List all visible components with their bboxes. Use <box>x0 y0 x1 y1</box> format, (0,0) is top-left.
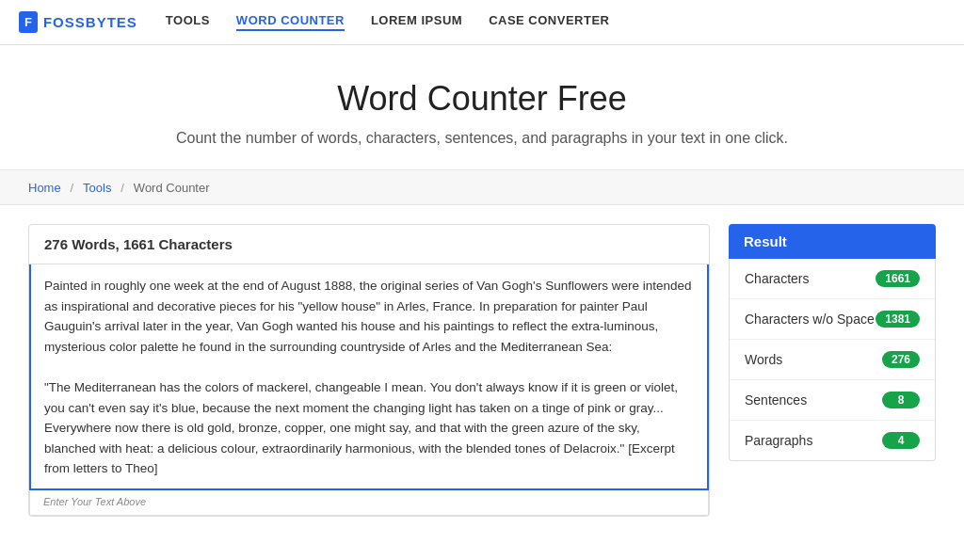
editor-header: 276 Words, 1661 Characters <box>29 225 709 264</box>
result-row-words: Words 276 <box>730 340 935 380</box>
result-badge-characters: 1661 <box>876 270 920 287</box>
result-row-chars-nospace: Characters w/o Space 1381 <box>730 299 935 340</box>
result-row-paragraphs: Paragraphs 4 <box>730 421 935 460</box>
result-badge-words: 276 <box>882 351 920 368</box>
nav-tools[interactable]: TOOLS <box>166 13 210 31</box>
breadcrumb-tools[interactable]: Tools <box>83 181 111 195</box>
result-label-paragraphs: Paragraphs <box>745 433 812 448</box>
breadcrumb: Home / Tools / Word Counter <box>0 169 964 205</box>
result-header: Result <box>729 224 936 259</box>
result-label-chars-nospace: Characters w/o Space <box>745 312 875 327</box>
editor-hint: Enter Your Text Above <box>29 490 709 516</box>
nav-lorem-ipsum[interactable]: LOREM IPSUM <box>371 13 462 31</box>
nav-word-counter[interactable]: WORD COUNTER <box>236 13 345 31</box>
breadcrumb-home[interactable]: Home <box>28 181 61 195</box>
result-label-words: Words <box>745 352 782 367</box>
logo-text: FOSSBYTES <box>43 14 137 30</box>
page-subtitle: Count the number of words, characters, s… <box>19 130 945 147</box>
breadcrumb-sep-2: / <box>120 181 124 195</box>
hero-section: Word Counter Free Count the number of wo… <box>0 45 964 169</box>
result-badge-paragraphs: 4 <box>882 432 920 449</box>
result-body: Characters 1661 Characters w/o Space 138… <box>729 259 936 461</box>
page-title: Word Counter Free <box>19 79 945 119</box>
breadcrumb-sep-1: / <box>71 181 74 195</box>
site-logo[interactable]: F FOSSBYTES <box>19 11 137 33</box>
breadcrumb-current: Word Counter <box>134 181 210 195</box>
result-badge-sentences: 8 <box>882 392 920 408</box>
logo-abbr: F <box>19 11 38 33</box>
result-panel: Result Characters 1661 Characters w/o Sp… <box>729 224 936 517</box>
editor-section: 276 Words, 1661 Characters Enter Your Te… <box>28 224 710 517</box>
result-label-sentences: Sentences <box>745 392 807 408</box>
nav-case-converter[interactable]: CASE CONVERTER <box>489 13 609 31</box>
result-row-sentences: Sentences 8 <box>730 380 935 421</box>
result-badge-chars-nospace: 1381 <box>876 311 920 328</box>
result-row-characters: Characters 1661 <box>730 259 935 299</box>
result-label-characters: Characters <box>745 271 809 286</box>
navbar: F FOSSBYTES TOOLS WORD COUNTER LOREM IPS… <box>0 0 964 45</box>
nav-links: TOOLS WORD COUNTER LOREM IPSUM CASE CONV… <box>166 13 610 31</box>
text-input[interactable] <box>29 264 709 490</box>
main-content: 276 Words, 1661 Characters Enter Your Te… <box>0 205 964 536</box>
